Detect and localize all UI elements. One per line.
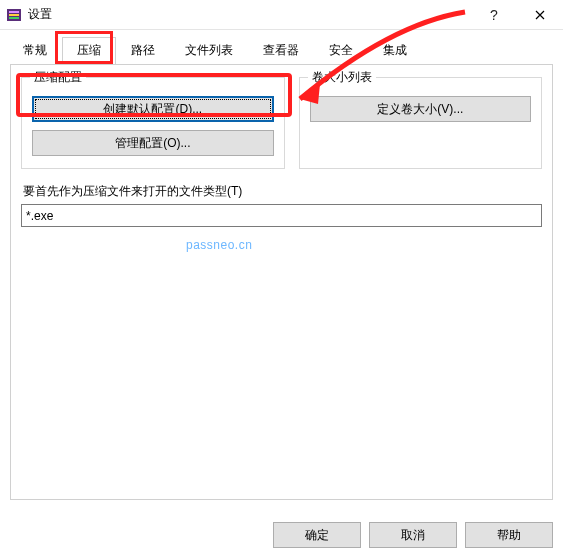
tab-general[interactable]: 常规 bbox=[8, 37, 62, 65]
help-button[interactable]: ? bbox=[471, 0, 517, 30]
app-icon bbox=[6, 7, 22, 23]
tab-compression[interactable]: 压缩 bbox=[62, 37, 116, 65]
create-default-profile-button[interactable]: 创建默认配置(D)... bbox=[32, 96, 274, 122]
filetype-input[interactable] bbox=[21, 204, 542, 227]
tab-security[interactable]: 安全 bbox=[314, 37, 368, 65]
close-button[interactable] bbox=[517, 0, 563, 30]
titlebar: 设置 ? bbox=[0, 0, 563, 30]
tab-viewer[interactable]: 查看器 bbox=[248, 37, 314, 65]
tab-path[interactable]: 路径 bbox=[116, 37, 170, 65]
filetype-label: 要首先作为压缩文件来打开的文件类型(T) bbox=[23, 183, 542, 200]
tab-filelist[interactable]: 文件列表 bbox=[170, 37, 248, 65]
group-volume-size-title: 卷大小列表 bbox=[308, 69, 376, 86]
dialog-footer: 确定 取消 帮助 bbox=[273, 522, 553, 548]
tab-integration[interactable]: 集成 bbox=[368, 37, 422, 65]
svg-rect-1 bbox=[9, 11, 19, 13]
window-title: 设置 bbox=[28, 6, 52, 23]
define-volume-size-button[interactable]: 定义卷大小(V)... bbox=[310, 96, 531, 122]
tab-bar: 常规 压缩 路径 文件列表 查看器 安全 集成 bbox=[0, 30, 563, 64]
ok-button[interactable]: 确定 bbox=[273, 522, 361, 548]
group-compression-profile: 压缩配置 创建默认配置(D)... 管理配置(O)... bbox=[21, 77, 285, 169]
tab-panel: 压缩配置 创建默认配置(D)... 管理配置(O)... 卷大小列表 定义卷大小… bbox=[10, 64, 553, 500]
manage-profile-button[interactable]: 管理配置(O)... bbox=[32, 130, 274, 156]
help-footer-button[interactable]: 帮助 bbox=[465, 522, 553, 548]
svg-rect-3 bbox=[9, 17, 19, 19]
svg-rect-2 bbox=[9, 14, 19, 16]
cancel-button[interactable]: 取消 bbox=[369, 522, 457, 548]
group-volume-size: 卷大小列表 定义卷大小(V)... bbox=[299, 77, 542, 169]
group-compression-profile-title: 压缩配置 bbox=[30, 69, 86, 86]
